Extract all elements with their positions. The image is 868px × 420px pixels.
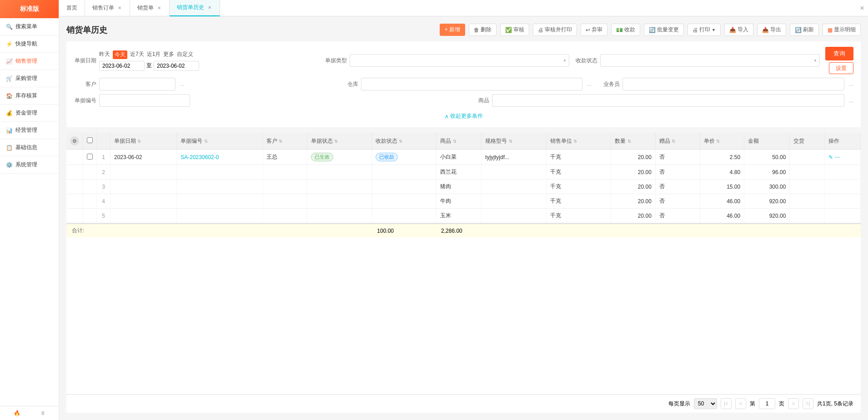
tab-sales-history[interactable]: 销货单历史 ✕ bbox=[170, 0, 220, 16]
cell-actions bbox=[824, 194, 860, 209]
col-quantity-label: 数量 bbox=[615, 138, 626, 144]
print-button[interactable]: 🖨 打印 ▼ bbox=[687, 24, 721, 36]
next-page-button[interactable]: > bbox=[788, 398, 799, 409]
tab-sales-goods-close[interactable]: ✕ bbox=[156, 5, 162, 10]
abandon-button[interactable]: ↩ 弃审 bbox=[581, 24, 607, 36]
customer-input[interactable] bbox=[99, 78, 176, 90]
audit-print-button[interactable]: 🖨 审核并打印 bbox=[533, 24, 577, 36]
refresh-button[interactable]: 🔃 刷新 bbox=[790, 24, 819, 36]
shortcut-more[interactable]: 更多 bbox=[163, 50, 174, 59]
sidebar-item-search-menu[interactable]: 🔍 搜索菜单 bbox=[0, 18, 59, 35]
row-checkbox[interactable] bbox=[87, 154, 93, 160]
date-to-input[interactable] bbox=[154, 61, 199, 71]
col-unit-sort[interactable]: ⇅ bbox=[573, 139, 577, 144]
last-page-button[interactable]: >| bbox=[803, 398, 813, 409]
table-settings-icon[interactable]: ⚙ bbox=[70, 136, 79, 145]
sidebar-item-basic-info[interactable]: 📋 基础信息 bbox=[0, 139, 59, 156]
table-footer: 合计: 100.00 2,286.00 bbox=[66, 223, 861, 237]
first-page-button[interactable]: |< bbox=[721, 398, 732, 409]
cell-gift: 否 bbox=[655, 165, 700, 180]
sidebar-item-quick-nav[interactable]: ⚡ 快捷导航 bbox=[0, 35, 59, 53]
doc-type-label: 单据类型 bbox=[324, 57, 347, 65]
audit-print-icon: 🖨 bbox=[538, 27, 543, 33]
cell-payment-status bbox=[371, 165, 436, 180]
sidebar-footer-icon2[interactable]: ⏸ bbox=[40, 410, 45, 416]
cell-doc-status bbox=[307, 180, 371, 194]
shortcut-today[interactable]: 今天 bbox=[113, 50, 127, 59]
import-button[interactable]: 📥 导入 bbox=[724, 24, 753, 36]
doc-type-select[interactable] bbox=[350, 54, 569, 67]
page-number-input[interactable] bbox=[759, 398, 775, 409]
collapse-up-icon: ∧ bbox=[445, 113, 449, 120]
shortcut-1month[interactable]: 近1月 bbox=[147, 50, 161, 59]
tab-bar-close-all[interactable]: ✕ bbox=[860, 5, 868, 11]
col-customer-sort[interactable]: ⇅ bbox=[279, 139, 282, 144]
tab-sales-goods[interactable]: 销货单 ✕ bbox=[130, 0, 170, 16]
main-area: 首页 销售订单 ✕ 销货单 ✕ 销货单历史 ✕ ✕ 销货单历史 + 新增 🗑 删… bbox=[59, 0, 868, 420]
cell-checkbox bbox=[83, 165, 97, 180]
new-button[interactable]: + 新增 bbox=[440, 24, 465, 36]
goods-input[interactable] bbox=[492, 94, 844, 107]
cell-spec bbox=[482, 180, 546, 194]
cell-unit: 千克 bbox=[546, 180, 611, 194]
col-gift-label: 赠品 bbox=[659, 138, 670, 144]
doc-no-input[interactable] bbox=[99, 94, 190, 107]
goods-picker[interactable]: ... bbox=[849, 97, 853, 104]
doc-no-link[interactable]: SA-20230602-0 bbox=[181, 154, 219, 160]
shortcut-custom[interactable]: 自定义 bbox=[177, 50, 193, 59]
sidebar-item-sales-mgmt[interactable]: 📈 销售管理 bbox=[0, 53, 59, 70]
sidebar-item-sys-mgmt[interactable]: ⚙️ 系统管理 bbox=[0, 156, 59, 174]
cell-quantity: 20.00 bbox=[611, 194, 656, 209]
tab-sales-order-close[interactable]: ✕ bbox=[117, 5, 122, 10]
shortcut-yesterday[interactable]: 昨天 bbox=[99, 50, 110, 59]
tab-sales-history-close[interactable]: ✕ bbox=[207, 5, 212, 10]
collapse-button[interactable]: ∧ 收起更多条件 bbox=[74, 110, 853, 122]
col-quantity-sort[interactable]: ⇅ bbox=[627, 139, 631, 144]
staff-picker[interactable]: ... bbox=[849, 81, 853, 87]
prev-page-button[interactable]: < bbox=[735, 398, 746, 409]
query-button[interactable]: 查询 bbox=[825, 47, 853, 60]
cell-unit: 千克 bbox=[546, 165, 611, 180]
col-doc-status-sort[interactable]: ⇅ bbox=[334, 139, 338, 144]
sidebar-item-ops-mgmt[interactable]: 📊 经营管理 bbox=[0, 122, 59, 139]
col-goods-sort[interactable]: ⇅ bbox=[453, 139, 457, 144]
col-doc-date-sort[interactable]: ⇅ bbox=[137, 139, 141, 144]
sidebar-footer-icon1[interactable]: 🔥 bbox=[14, 410, 20, 416]
more-action[interactable]: ⋯ bbox=[834, 154, 840, 160]
audit-button[interactable]: ✅ 审核 bbox=[500, 24, 529, 36]
col-spec-sort[interactable]: ⇅ bbox=[509, 139, 512, 144]
select-all-checkbox[interactable] bbox=[87, 137, 93, 143]
col-payment-status-sort[interactable]: ⇅ bbox=[399, 139, 402, 144]
col-doc-no-sort[interactable]: ⇅ bbox=[204, 139, 208, 144]
edit-action[interactable]: ✎ bbox=[828, 154, 833, 160]
staff-input[interactable] bbox=[622, 78, 844, 90]
col-gift-sort[interactable]: ⇅ bbox=[672, 139, 675, 144]
collect-button[interactable]: 💵 收款 bbox=[611, 24, 640, 36]
date-from-input[interactable] bbox=[99, 61, 145, 71]
delete-button[interactable]: 🗑 删除 bbox=[469, 24, 497, 36]
tab-home[interactable]: 首页 bbox=[59, 0, 85, 16]
col-transaction: 交货 bbox=[790, 133, 825, 150]
settings-button[interactable]: 设置 bbox=[829, 62, 853, 74]
tab-sales-order[interactable]: 销售订单 ✕ bbox=[85, 0, 130, 16]
col-unit-price-sort[interactable]: ⇅ bbox=[716, 139, 720, 144]
sidebar-item-inventory[interactable]: 🏠 库存核算 bbox=[0, 87, 59, 105]
date-filter-label: 单据日期 bbox=[74, 57, 96, 65]
shortcut-7days[interactable]: 近7天 bbox=[130, 50, 144, 59]
col-doc-date-label: 单据日期 bbox=[114, 138, 136, 144]
batch-change-button[interactable]: 🔄 批量变更 bbox=[644, 24, 684, 36]
cell-payment-status bbox=[371, 209, 436, 223]
col-settings[interactable]: ⚙ bbox=[66, 133, 83, 150]
show-detail-button[interactable]: ▦ 显示明细 bbox=[823, 24, 861, 36]
customer-picker[interactable]: ... bbox=[180, 81, 185, 87]
export-button[interactable]: 📤 导出 bbox=[757, 24, 786, 36]
col-gift: 赠品 ⇅ bbox=[655, 133, 700, 150]
sidebar-item-purchase-mgmt[interactable]: 🛒 采购管理 bbox=[0, 70, 59, 87]
warehouse-picker[interactable]: ... bbox=[587, 81, 592, 87]
cell-payment-status bbox=[371, 180, 436, 194]
per-page-select[interactable]: 50 100 200 bbox=[694, 398, 717, 409]
cell-unit-price: 15.00 bbox=[700, 180, 744, 194]
warehouse-input[interactable] bbox=[361, 78, 583, 90]
payment-status-select[interactable] bbox=[600, 54, 820, 67]
sidebar-item-funds-mgmt[interactable]: 💰 资金管理 bbox=[0, 105, 59, 122]
